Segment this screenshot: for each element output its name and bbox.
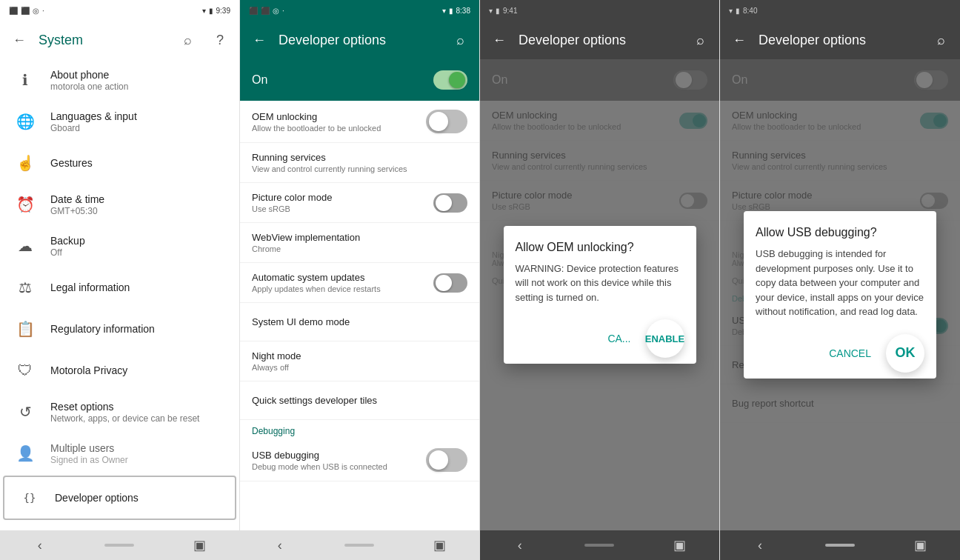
back-button-dev3[interactable]: ←	[486, 27, 513, 53]
usb-debug-toggle-2[interactable]	[426, 448, 467, 472]
sidebar-item-about-phone[interactable]: ℹ About phone motorola one action	[0, 59, 239, 101]
search-button-system[interactable]: ⌕	[174, 27, 201, 53]
sidebar-item-developer[interactable]: {} Developer options	[3, 476, 236, 520]
night-mode-text: Night mode Always off	[252, 350, 301, 372]
status-icons-left-3: ▾ ▮ 9:41	[489, 7, 517, 15]
nav-back-2[interactable]: ‹	[265, 530, 295, 560]
status-bar-2: ⬛ ⬛ ◎ · ▾ ▮ 8:38	[240, 0, 479, 21]
dev-toggle-thumb-2	[449, 72, 465, 88]
notification-icon-2: ⬛	[21, 7, 30, 15]
battery-icon-2: ▮	[449, 7, 453, 15]
back-icon-dev3: ←	[493, 33, 506, 48]
sidebar-item-multiple-users[interactable]: 👤 Multiple users Signed in as Owner	[0, 433, 239, 474]
back-button-dev2[interactable]: ←	[246, 27, 273, 53]
back-button-dev4[interactable]: ←	[726, 27, 753, 53]
status-icons-left-4: ▾ ▮ 8:40	[729, 7, 757, 15]
usb-ok-button[interactable]: OK	[886, 334, 924, 373]
languages-text: Languages & input Gboard	[50, 110, 227, 133]
night-mode-item[interactable]: Night mode Always off	[240, 341, 479, 381]
oem-cancel-button[interactable]: Ca...	[599, 319, 639, 358]
oem-unlocking-text: OEM unlocking Allow the bootloader to be…	[252, 111, 381, 133]
running-services-title: Running services	[252, 152, 407, 163]
running-services-item[interactable]: Running services View and control curren…	[240, 143, 479, 183]
nav-home-2[interactable]	[344, 544, 374, 547]
auto-updates-title: Automatic system updates	[252, 272, 381, 283]
multiple-users-title: Multiple users	[50, 442, 227, 454]
backup-text: Backup Off	[50, 235, 227, 258]
search-icon-dev4: ⌕	[937, 33, 945, 48]
panel-developer-options: ⬛ ⬛ ◎ · ▾ ▮ 8:38 ← Developer options ⌕ O…	[240, 0, 480, 560]
search-button-dev3[interactable]: ⌕	[687, 27, 713, 53]
reset-subtitle: Network, apps, or device can be reset	[50, 413, 227, 424]
datetime-title: Date & time	[50, 193, 227, 205]
nav-back-3[interactable]: ‹	[505, 530, 535, 560]
reset-icon: ↺	[12, 399, 39, 425]
notif-icon-2a: ⬛	[249, 7, 258, 15]
oem-unlocking-subtitle: Allow the bootloader to be unlocked	[252, 124, 381, 133]
nav-recents-1[interactable]: ▣	[184, 530, 214, 560]
system-ui-item[interactable]: System UI demo mode	[240, 303, 479, 341]
sidebar-item-legal[interactable]: ⚖ Legal information	[0, 267, 239, 308]
sidebar-item-motorola-privacy[interactable]: 🛡 Motorola Privacy	[0, 350, 239, 391]
picture-color-subtitle: Use sRGB	[252, 204, 332, 213]
search-button-dev4[interactable]: ⌕	[927, 27, 954, 53]
oem-toggle-thumb-2	[429, 112, 448, 131]
picture-color-thumb-2	[436, 195, 452, 211]
nav-home-1[interactable]	[104, 544, 134, 547]
oem-dialog-actions: Ca... Enable	[516, 316, 684, 358]
sidebar-item-backup[interactable]: ☁ Backup Off	[0, 225, 239, 267]
time-2: 8:38	[456, 7, 470, 15]
running-services-text: Running services View and control curren…	[252, 152, 407, 173]
panel-system-settings: ⬛ ⬛ ◎ · ▾ ▮ 9:39 ← System ⌕ ? ℹ About ph…	[0, 0, 240, 560]
sidebar-item-languages[interactable]: 🌐 Languages & input Gboard	[0, 101, 239, 142]
sidebar-item-regulatory[interactable]: 📋 Regulatory information	[0, 308, 239, 350]
nav-home-4[interactable]	[825, 544, 855, 547]
back-icon-dev2: ←	[253, 33, 266, 48]
picture-color-item[interactable]: Picture color mode Use sRGB	[240, 183, 479, 223]
oem-unlocking-item[interactable]: OEM unlocking Allow the bootloader to be…	[240, 101, 479, 143]
help-button-system[interactable]: ?	[207, 27, 233, 53]
sidebar-item-system-updates[interactable]: 📱 System updates Updated to Android 9	[0, 521, 239, 530]
time-3: 9:41	[503, 7, 517, 15]
nav-recents-4[interactable]: ▣	[905, 530, 935, 560]
oem-enable-button[interactable]: Enable	[646, 319, 684, 358]
quick-settings-item[interactable]: Quick settings developer tiles	[240, 381, 479, 420]
nav-back-1[interactable]: ‹	[25, 530, 55, 560]
wifi-icon-2: ▾	[442, 7, 446, 15]
usb-dialog-overlay: Allow USB debugging? USB debugging is in…	[720, 59, 960, 530]
auto-updates-thumb-2	[436, 275, 452, 291]
dev-items-list-2: OEM unlocking Allow the bootloader to be…	[240, 101, 479, 530]
nav-recents-3[interactable]: ▣	[664, 530, 694, 560]
top-bar-system: ← System ⌕ ?	[0, 21, 239, 59]
oem-dialog-overlay: Allow OEM unlocking? WARNING: Device pro…	[480, 59, 719, 530]
about-phone-icon: ℹ	[12, 67, 39, 93]
sidebar-item-datetime[interactable]: ⏰ Date & time GMT+05:30	[0, 184, 239, 225]
usb-cancel-button[interactable]: Cancel	[820, 334, 880, 373]
picture-color-toggle-2[interactable]	[433, 193, 467, 213]
dev-on-header-2: On	[240, 59, 479, 101]
nav-recents-2[interactable]: ▣	[424, 530, 454, 560]
auto-updates-item[interactable]: Automatic system updates Apply updates w…	[240, 263, 479, 303]
datetime-subtitle: GMT+05:30	[50, 206, 227, 216]
sidebar-item-gestures[interactable]: ☝ Gestures	[0, 142, 239, 184]
search-button-dev2[interactable]: ⌕	[447, 27, 473, 53]
top-bar-dev4: ← Developer options ⌕	[720, 21, 960, 59]
multiple-users-subtitle: Signed in as Owner	[50, 455, 227, 465]
back-button-system[interactable]: ←	[6, 27, 33, 53]
nav-back-4[interactable]: ‹	[745, 530, 775, 560]
usb-debugging-item[interactable]: USB debugging Debug mode when USB is con…	[240, 439, 479, 481]
bottom-nav-1: ‹ ▣	[0, 530, 239, 560]
panel4-content: On OEM unlocking Allow the bootloader to…	[720, 59, 960, 530]
sidebar-item-reset[interactable]: ↺ Reset options Network, apps, or device…	[0, 391, 239, 433]
wifi-icon-1: ▾	[202, 7, 206, 15]
notification-icon-4: ·	[42, 7, 44, 15]
dev-toggle-2[interactable]	[433, 70, 467, 90]
gestures-text: Gestures	[50, 157, 227, 169]
languages-subtitle: Gboard	[50, 123, 227, 133]
oem-toggle-2[interactable]	[426, 110, 467, 133]
auto-updates-toggle-2[interactable]	[433, 273, 467, 293]
webview-item[interactable]: WebView implementation Chrome	[240, 223, 479, 263]
search-icon-dev3: ⌕	[696, 33, 704, 48]
regulatory-title: Regulatory information	[50, 323, 227, 335]
nav-home-3[interactable]	[584, 544, 614, 547]
